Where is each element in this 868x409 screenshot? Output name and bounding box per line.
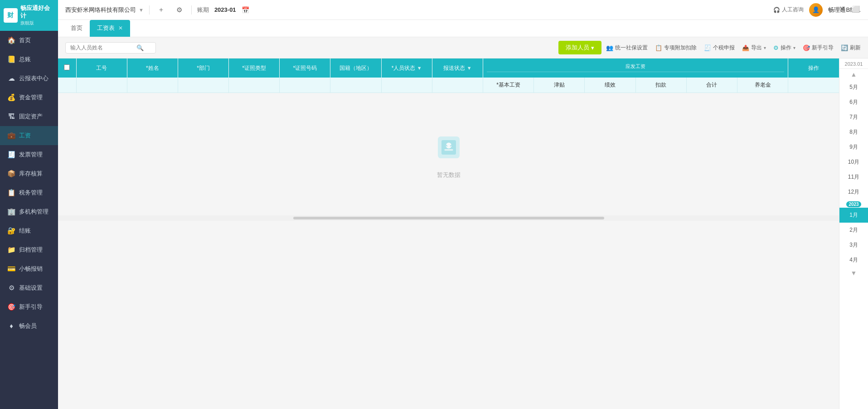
deduct-icon: 📋: [655, 44, 662, 51]
window-close-button[interactable]: ✕: [836, 4, 848, 14]
sidebar-item-inventory[interactable]: 📦 库存核算: [0, 164, 58, 183]
company-selector[interactable]: 西安虾米网络科技有限公司 ▼: [65, 6, 144, 14]
sidebar-item-finance[interactable]: 💰 资金管理: [0, 88, 58, 107]
sidebar-item-cloud[interactable]: ☁ 云报表中心: [0, 69, 58, 88]
headset-icon: 🎧: [773, 7, 780, 13]
period-month-6[interactable]: 6月: [839, 95, 868, 110]
sidebar-item-settings[interactable]: ⚙ 基础设置: [0, 278, 58, 297]
finance-icon: 💰: [7, 93, 15, 102]
period-calendar-icon[interactable]: 📅: [242, 6, 249, 14]
sidebar-item-archive[interactable]: 📁 归档管理: [0, 240, 58, 259]
period-month-12[interactable]: 12月: [839, 185, 868, 200]
period-up-button[interactable]: ▲: [849, 69, 859, 80]
empty-state: 暂无数据: [58, 93, 839, 215]
sidebar-item-vip-label: 畅会员: [19, 322, 37, 330]
sub-th-blank-6: [280, 78, 330, 93]
operate-icon: ⚙: [773, 44, 779, 51]
company-dropdown-icon: ▼: [139, 7, 144, 13]
sidebar-item-expense[interactable]: 💳 小畅报销: [0, 259, 58, 278]
sub-th-blank-5: [229, 78, 280, 93]
period-month-1[interactable]: 1月: [839, 208, 868, 223]
sidebar-item-salary-label: 工资: [19, 131, 31, 140]
report-filter-icon: ▼: [467, 65, 472, 71]
period-month-3[interactable]: 3月: [839, 238, 868, 253]
deduct-label: 专项附加扣除: [664, 44, 697, 52]
sidebar-item-assets-label: 固定资产: [19, 112, 43, 121]
window-maximize-button[interactable]: ⬜: [849, 5, 863, 14]
period-month-10[interactable]: 10月: [839, 155, 868, 170]
refresh-button[interactable]: 🔄 刷新: [841, 44, 861, 52]
user-avatar[interactable]: 👤: [809, 3, 823, 17]
tab-home[interactable]: 首页: [63, 20, 90, 37]
sidebar-item-tax[interactable]: 📋 税务管理: [0, 183, 58, 202]
sidebar-item-invoice-label: 发票管理: [19, 151, 43, 159]
sidebar-item-assets[interactable]: 🏗 固定资产: [0, 107, 58, 126]
guide-button[interactable]: 🎯 新手引导: [803, 44, 834, 52]
th-salary-group: 应发工资: [483, 58, 788, 78]
period-month-9[interactable]: 9月: [839, 140, 868, 155]
tax-icon: 📋: [7, 189, 15, 197]
settings-button[interactable]: ⚙: [173, 4, 186, 16]
add-company-button[interactable]: ＋: [155, 4, 168, 16]
select-all-checkbox[interactable]: [64, 64, 70, 70]
empty-icon: [431, 129, 467, 166]
salary-group-label: 应发工资: [487, 63, 784, 72]
sub-th-blank-7: [330, 78, 381, 93]
th-status[interactable]: *人员状态 ▼: [381, 58, 432, 78]
social-label: 统一社保设置: [615, 44, 648, 52]
expense-icon: 💳: [7, 265, 15, 273]
tax-icon: 🧾: [704, 44, 711, 51]
period-month-8[interactable]: 8月: [839, 125, 868, 140]
social-settings-button[interactable]: 👥 统一社保设置: [606, 44, 648, 52]
sidebar-item-home[interactable]: 🏠 首页: [0, 31, 58, 50]
sidebar-item-guide[interactable]: 🎯 新手引导: [0, 297, 58, 316]
sub-th-blank-2: [76, 78, 127, 93]
period-value: 2023-01: [214, 6, 236, 13]
tab-salary-close[interactable]: ✕: [118, 25, 123, 31]
cloud-icon: ☁: [7, 74, 15, 83]
service-button[interactable]: 🎧 人工咨询: [773, 6, 804, 14]
period-month-11[interactable]: 11月: [839, 170, 868, 185]
th-checkbox[interactable]: [58, 58, 76, 78]
th-report-status[interactable]: 报送状态 ▼: [432, 58, 483, 78]
sub-th-perf: 绩效: [585, 78, 635, 93]
operate-button[interactable]: ⚙ 操作 ▾: [773, 44, 795, 52]
guide-label: 新手引导: [812, 44, 834, 52]
sub-th-blank-4: [178, 78, 228, 93]
sidebar-item-vip[interactable]: ♦ 畅会员: [0, 316, 58, 336]
archive-icon: 📁: [7, 246, 15, 254]
salary-icon: 💼: [7, 131, 15, 140]
sidebar-item-salary[interactable]: 💼 工资: [0, 126, 58, 145]
ledger-icon: 📒: [7, 55, 15, 63]
period-month-5[interactable]: 5月: [839, 80, 868, 95]
tab-home-label: 首页: [71, 24, 82, 32]
table-period-wrap: 工号 *姓名 *部门 *证照类型 *证照号码 国籍（地区） *人员状态 ▼ 报送…: [58, 58, 868, 409]
period-year-display: 2023.01: [845, 61, 863, 67]
export-button[interactable]: 📤 导出 ▾: [742, 44, 766, 52]
special-deduct-button[interactable]: 📋 专项附加扣除: [655, 44, 697, 52]
add-person-button[interactable]: 添加人员 ▾: [558, 41, 601, 54]
sidebar-item-ledger[interactable]: 📒 总账: [0, 50, 58, 69]
year-badge: 2023: [846, 201, 861, 207]
sidebar-item-close[interactable]: 🔐 结账: [0, 221, 58, 240]
scrollbar-wrap[interactable]: [58, 215, 839, 221]
sidebar-item-guide-label: 新手引导: [19, 303, 43, 311]
period-month-4[interactable]: 4月: [839, 253, 868, 268]
search-input[interactable]: [70, 44, 134, 51]
sidebar-item-expense-label: 小畅报销: [19, 265, 43, 273]
tax-report-button[interactable]: 🧾 个税申报: [704, 44, 735, 52]
sidebar-item-invoice[interactable]: 🧾 发票管理: [0, 145, 58, 164]
scrollbar-thumb[interactable]: [293, 217, 604, 219]
tab-salary[interactable]: 工资表 ✕: [90, 20, 130, 37]
period-month-2[interactable]: 2月: [839, 223, 868, 238]
period-down-button[interactable]: ▼: [849, 268, 859, 278]
period-year-2023: 2023: [839, 200, 868, 208]
empty-text: 暂无数据: [437, 171, 461, 179]
table-header-row: 工号 *姓名 *部门 *证照类型 *证照号码 国籍（地区） *人员状态 ▼ 报送…: [58, 58, 839, 78]
guide-icon: 🎯: [803, 44, 810, 51]
app-logo[interactable]: 财 畅应通好会计 旗舰版: [0, 0, 58, 31]
window-controls: ✕ ⬜: [831, 0, 868, 18]
sub-th-pension: 养老金: [737, 78, 788, 93]
sidebar-item-multiorg[interactable]: 🏢 多机构管理: [0, 202, 58, 221]
period-month-7[interactable]: 7月: [839, 110, 868, 125]
